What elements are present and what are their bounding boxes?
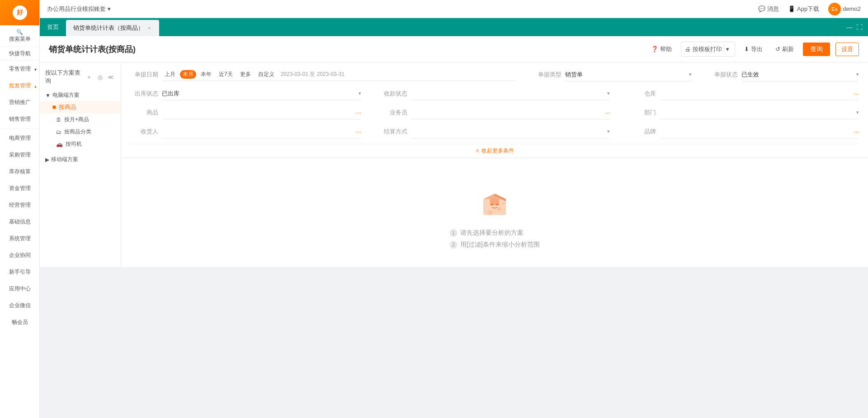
minimize-icon[interactable]: —: [846, 24, 853, 31]
svg-point-5: [487, 210, 493, 215]
date-tab-year[interactable]: 本年: [198, 70, 214, 79]
brand-selector[interactable]: ···: [660, 125, 859, 138]
sidebar-item-retail[interactable]: 零售管理 ▾: [0, 61, 39, 77]
sidebar-item-inventory[interactable]: 库存核算: [0, 163, 39, 180]
empty-tip-2: 2 用[过滤]条件来缩小分析范围: [449, 241, 540, 249]
user-profile[interactable]: Ea demo2: [828, 3, 861, 15]
refresh-icon: ↺: [775, 46, 780, 52]
sidebar-item-wechat[interactable]: 企业微信: [0, 297, 39, 314]
home-tab-label: 首页: [47, 23, 59, 31]
filter-row-2: 出库状态 已出库 ▾ 收款状态 ▾ 仓库: [130, 87, 859, 100]
tip-number-2: 2: [449, 241, 458, 249]
sidebar: 好 🔍 搜索菜单 快捷导航 零售管理 ▾ 批发管理 ▴ 营销推广 销售管理 电商…: [0, 0, 40, 418]
sidebar-item-enterprise[interactable]: 企业协同: [0, 247, 39, 264]
scheme-item-by-driver[interactable]: 🚗 按司机: [40, 138, 121, 150]
date-tabs: 上月 本月 本年 近7天 更多 自定义: [162, 70, 277, 79]
tip-text-1: 请先选择要分析的方案: [460, 229, 524, 237]
date-tab-7days[interactable]: 近7天: [216, 70, 236, 79]
dept-selector[interactable]: ▾: [660, 106, 859, 119]
scheme-collapse-btn[interactable]: ≪: [106, 72, 115, 81]
current-tab-label: 销货单统计计表（按商品）: [73, 24, 144, 32]
collapse-filter-btn[interactable]: ∧ 收起更多条件: [130, 144, 859, 157]
scheme-header: 按以下方案查询 + ◎ ≪: [40, 66, 121, 88]
type-selector[interactable]: 销货单 ▾: [565, 68, 692, 81]
tab-close-btn[interactable]: ×: [146, 25, 152, 31]
sidebar-item-wholesale[interactable]: 批发管理 ▴: [0, 77, 39, 94]
query-label: 查询: [810, 45, 823, 53]
brand-ellipsis-btn[interactable]: ···: [854, 128, 859, 135]
sidebar-item-ecommerce[interactable]: 电商管理: [0, 130, 39, 147]
member-label: 畅会员: [12, 318, 28, 326]
store-ellipsis-btn[interactable]: ···: [854, 90, 859, 97]
export-btn[interactable]: ⬇ 导出: [741, 43, 766, 55]
sidebar-item-basic[interactable]: 基础信息: [0, 214, 39, 230]
message-icon: 💬: [758, 5, 765, 12]
payment-method-selector[interactable]: ▾: [411, 125, 610, 138]
system-label: 系统管理: [9, 235, 31, 242]
sidebar-item-marketing[interactable]: 营销推广: [0, 94, 39, 111]
user-name: demo2: [843, 5, 861, 12]
sidebar-item-system[interactable]: 系统管理: [0, 230, 39, 247]
app-logo[interactable]: 好: [0, 0, 39, 25]
print-dropdown-btn[interactable]: ▾: [724, 44, 731, 54]
status-selector[interactable]: 已生效 ▾: [741, 68, 859, 81]
store-selector[interactable]: ···: [660, 87, 859, 100]
scheme-add-btn[interactable]: +: [85, 72, 94, 81]
date-tab-custom[interactable]: 自定义: [255, 70, 277, 79]
store-label: 仓库: [628, 90, 660, 98]
sidebar-item-guide[interactable]: 新手引导: [0, 264, 39, 280]
app-download-btn[interactable]: 📱 App下载: [788, 5, 819, 13]
type-label: 单据类型: [533, 71, 565, 79]
sidebar-item-quick[interactable]: 快捷导航: [0, 47, 39, 61]
scheme-item-by-category[interactable]: 🗂 按商品分类: [40, 126, 121, 138]
page-title: 销货单统计计表(按商品): [49, 44, 136, 55]
payment-selector[interactable]: ▾: [411, 87, 610, 100]
receiver-selector[interactable]: ···: [162, 125, 361, 138]
sidebar-item-member[interactable]: 畅会员: [0, 314, 39, 331]
refresh-btn[interactable]: ↺ 刷新: [772, 43, 797, 55]
by-driver-icon: 🚗: [56, 141, 63, 147]
scheme-edit-btn[interactable]: ◎: [95, 72, 104, 81]
by-month-icon: 🗓: [56, 117, 61, 123]
date-picker[interactable]: 上月 本月 本年 近7天 更多 自定义 2023-03-01 至 2023-03…: [162, 68, 515, 81]
settings-btn[interactable]: 设置: [835, 43, 859, 56]
sidebar-item-finance[interactable]: 资金管理: [0, 180, 39, 197]
maximize-icon[interactable]: ⛶: [856, 24, 863, 31]
date-tab-current-month[interactable]: 本月: [180, 70, 196, 79]
industry-selector[interactable]: 办公用品行业模拟账套 ▾: [47, 5, 111, 13]
sidebar-item-apps[interactable]: 应用中心: [0, 280, 39, 297]
scheme-item-by-month-goods[interactable]: 🗓 按月+商品: [40, 114, 121, 126]
wechat-label: 企业微信: [9, 302, 31, 309]
help-btn[interactable]: ❓ 帮助: [647, 43, 675, 55]
scheme-sub-label-1: 按月+商品: [64, 116, 89, 124]
goods-selector[interactable]: ···: [162, 106, 361, 119]
tab-current[interactable]: 销货单统计计表（按商品） ×: [66, 20, 159, 36]
tab-bar-right: — ⛶: [841, 18, 868, 36]
staff-selector[interactable]: ···: [411, 106, 610, 119]
business-label: 经营管理: [9, 201, 31, 209]
warehouse-selector[interactable]: 已出库 ▾: [162, 87, 361, 100]
date-tab-more[interactable]: 更多: [237, 70, 254, 79]
type-dropdown-icon: ▾: [689, 71, 692, 77]
sidebar-item-sales[interactable]: 销售管理: [0, 111, 39, 128]
scheme-item-by-goods[interactable]: 按商品: [40, 101, 121, 114]
tab-home[interactable]: 首页: [40, 18, 66, 36]
message-btn[interactable]: 💬 消息: [758, 5, 779, 13]
sidebar-item-business[interactable]: 经营管理: [0, 197, 39, 214]
app-download-label: App下载: [797, 5, 819, 13]
query-btn[interactable]: 查询: [803, 43, 830, 56]
receiver-ellipsis-btn[interactable]: ···: [356, 128, 361, 135]
pc-section-header[interactable]: ▼ 电脑端方案: [40, 90, 121, 101]
sidebar-item-purchase[interactable]: 采购管理: [0, 147, 39, 163]
tab-bar: 首页 销货单统计计表（按商品） × — ⛶: [40, 18, 868, 36]
payment-method-dropdown-icon: ▾: [607, 128, 610, 134]
goods-ellipsis-btn[interactable]: ···: [356, 109, 361, 116]
mobile-section-header[interactable]: ▶ 移动端方案: [40, 154, 121, 165]
export-icon: ⬇: [744, 46, 749, 52]
svg-point-8: [496, 204, 498, 205]
staff-ellipsis-btn[interactable]: ···: [605, 109, 610, 116]
date-tab-prev-month[interactable]: 上月: [162, 70, 178, 79]
sidebar-item-search[interactable]: 🔍 搜索菜单: [0, 25, 39, 47]
pc-scheme-section: ▼ 电脑端方案 按商品 🗓 按月+商品 🗂 按商品分类: [40, 88, 121, 152]
print-btn[interactable]: 🖨 按模板打印 ▾: [681, 42, 735, 57]
